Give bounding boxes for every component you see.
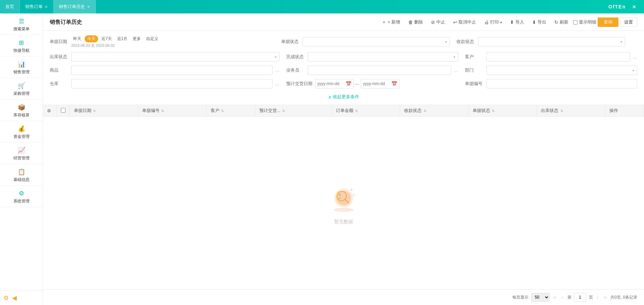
filter-order-status: 单据状态 ▾ [281, 37, 450, 46]
date-btn-today[interactable]: 今天 [85, 35, 98, 42]
sidebar-item-purchase[interactable]: 🛒 采购管理 [0, 78, 43, 100]
delete-label: 删除 [414, 19, 423, 25]
product-input[interactable] [71, 66, 272, 75]
salesperson-dots[interactable]: … [454, 68, 458, 73]
cancel-stop-btn[interactable]: ↩ 取消中止 [450, 18, 479, 27]
prev-page-btn[interactable]: ‹ [560, 294, 565, 301]
settings-btn[interactable]: 设置 [620, 17, 637, 27]
th-payment-status-sort: ⇅ [424, 109, 426, 113]
refresh-btn[interactable]: ↻ 刷新 [551, 18, 572, 27]
next-page-btn[interactable]: › [596, 294, 600, 301]
th-settings[interactable]: ⚙ [43, 105, 56, 117]
export-btn[interactable]: ⬇ 导出 [529, 18, 550, 27]
last-page-btn[interactable]: » [602, 294, 608, 301]
th-payment-status[interactable]: 收款状态 ⇅ [400, 105, 469, 117]
customer-dots[interactable]: … [633, 54, 637, 60]
sidebar-collapse-btn[interactable]: ◀ [12, 294, 17, 302]
import-label: 导入 [515, 19, 524, 25]
stop-btn[interactable]: ⊘ 中止 [428, 18, 448, 27]
filter-department: 部门 ▾ [465, 66, 637, 75]
order-no-control [486, 79, 637, 88]
cal-start-icon[interactable]: 📅 [346, 81, 351, 86]
cal-end-icon[interactable]: 📅 [391, 81, 397, 86]
current-page-input[interactable] [574, 293, 586, 302]
sidebar-item-inventory[interactable]: 📦 库存核算 [0, 100, 43, 121]
page-label-pre: 第 [567, 295, 571, 300]
salesperson-input[interactable] [308, 66, 452, 75]
import-btn[interactable]: ⬆ 导入 [507, 18, 527, 27]
date-btn-7days[interactable]: 近7天 [99, 35, 114, 42]
sidebar-item-quicknav[interactable]: ⊞ 快捷导航 [0, 35, 43, 56]
per-page-label: 每页显示 [512, 295, 528, 300]
sidebar-settings-btn[interactable]: ⚙ [3, 294, 9, 302]
th-delivery-status[interactable]: 出库状态 ⇅ [537, 105, 605, 117]
query-btn[interactable]: 查询 [598, 17, 618, 27]
th-date[interactable]: 单据日期 ⇅ [70, 105, 138, 117]
tab-sales-order-close[interactable]: ✕ [45, 5, 48, 9]
window-close-btn[interactable]: ✕ [629, 2, 639, 11]
th-customer-sort: ⇅ [221, 109, 224, 113]
per-page-select[interactable]: 50 10 20 100 [531, 293, 550, 302]
select-all-checkbox[interactable] [61, 108, 66, 113]
filter-row-1: 单据日期 昨天 今天 近7天 近1月 更多 自定义 [50, 35, 637, 48]
sidebar-item-basic[interactable]: 📋 基础信息 [0, 164, 43, 186]
delete-btn[interactable]: 🗑 删除 [405, 18, 426, 27]
filter-delivery-status: 出库状态 ▾ [50, 52, 280, 62]
expected-date-end[interactable] [363, 81, 390, 86]
settings-icon[interactable]: ⚙ [47, 108, 51, 113]
customer-input[interactable] [486, 52, 630, 62]
tab-sales-order[interactable]: 销售订单 ✕ [20, 0, 53, 13]
filter-row-3: 商品 … 业务员 … 部门 [50, 66, 637, 75]
warehouse-input[interactable] [71, 79, 272, 88]
order-no-input[interactable] [486, 79, 637, 88]
new-btn[interactable]: ＋ + 新增 [378, 18, 403, 27]
sidebar-item-search[interactable]: ☰ 搜索菜单 [0, 13, 43, 35]
th-amount[interactable]: 订单金额 ⇅ [332, 105, 400, 117]
date-btn-yesterday[interactable]: 昨天 [71, 35, 83, 42]
brand-text: OfTEn [608, 4, 626, 9]
th-order-status[interactable]: 单据状态 ⇅ [468, 105, 537, 117]
warehouse-dots[interactable]: … [275, 81, 280, 86]
payment-status-select[interactable]: ▾ [478, 37, 625, 46]
department-select[interactable]: ▾ [486, 66, 637, 75]
sidebar-item-operations[interactable]: 📈 经营管理 [0, 143, 43, 164]
tab-sales-order-history[interactable]: 销售订单历史 ✕ [53, 0, 96, 13]
tab-home[interactable]: 首页 [0, 0, 20, 13]
sidebar-item-finance[interactable]: 💰 资金管理 [0, 121, 43, 143]
complete-status-select[interactable]: ▾ [308, 52, 459, 62]
expected-date-start[interactable] [317, 81, 344, 86]
th-expected-date[interactable]: 预计交货... ⇅ [255, 105, 332, 117]
th-no[interactable]: 单据编号 ⇅ [138, 105, 207, 117]
order-status-select[interactable]: ▾ [303, 37, 450, 46]
table-header-row: ⚙ 单据日期 ⇅ 单据编号 ⇅ [43, 105, 644, 117]
first-page-btn[interactable]: « [552, 294, 558, 301]
date-btn-custom[interactable]: 自定义 [144, 35, 160, 42]
date-btn-1month[interactable]: 近1月 [115, 35, 130, 42]
filter-salesperson: 业务员 … [286, 66, 459, 75]
sidebar-item-system[interactable]: ⚙ 系统管理 [0, 186, 43, 207]
sidebar-item-sales[interactable]: 📊 销售管理 [0, 56, 43, 78]
collapse-arrow: ∧ [328, 94, 332, 100]
print-btn[interactable]: 🖨 打印 [481, 18, 505, 27]
page-title: 销售订单历史 [50, 19, 82, 26]
tab-sales-order-history-close[interactable]: ✕ [87, 5, 90, 9]
th-operations-label: 操作 [609, 108, 618, 113]
date-dash: — [355, 81, 359, 86]
collapse-more[interactable]: ∧ 收起更多条件 [50, 92, 637, 103]
th-customer[interactable]: 客户 ⇅ [206, 105, 255, 117]
product-dots[interactable]: … [275, 68, 280, 73]
date-range-text: 2023-06-02 至 2023-06-02 [71, 43, 160, 48]
stop-label: 中止 [436, 19, 445, 25]
delivery-status-select[interactable]: ▾ [71, 52, 280, 62]
date-btn-more[interactable]: 更多 [131, 35, 143, 42]
th-customer-label: 客户 [211, 108, 219, 113]
show-detail-checkbox-wrap[interactable]: 显示明细 [573, 19, 596, 25]
payment-status-control: ▾ [478, 37, 625, 46]
show-detail-checkbox[interactable] [573, 20, 577, 25]
department-control: ▾ [486, 66, 637, 75]
sidebar-item-search-label: 搜索菜单 [13, 26, 30, 32]
page-header: 销售订单历史 ＋ + 新增 🗑 删除 ⊘ 中止 ↩ [43, 13, 644, 31]
filter-area: 单据日期 昨天 今天 近7天 近1月 更多 自定义 [43, 31, 644, 105]
sidebar-item-system-label: 系统管理 [13, 198, 30, 204]
salesperson-control: … [308, 66, 459, 75]
